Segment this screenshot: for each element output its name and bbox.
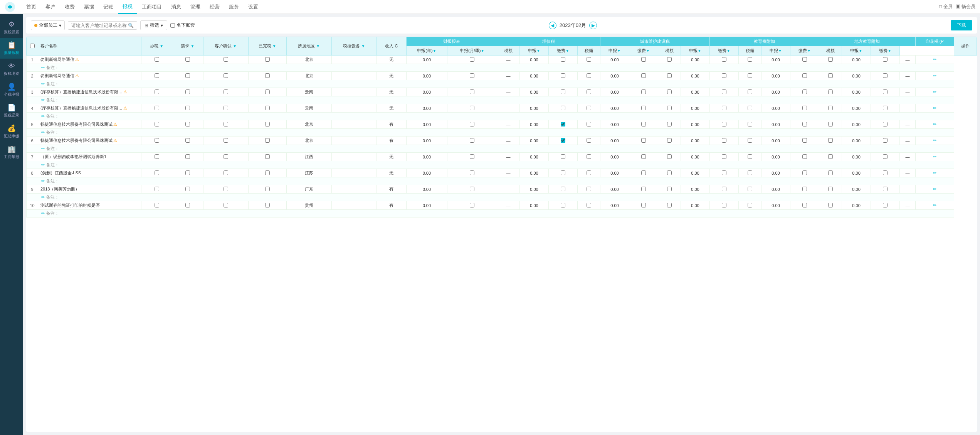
cj-report-checkbox[interactable]	[641, 187, 646, 191]
jy-report-checkbox[interactable]	[722, 170, 726, 175]
zz-report-checkbox[interactable]	[561, 106, 565, 110]
df-pay-checkbox[interactable]	[828, 138, 833, 143]
edit-icon[interactable]: ✏	[933, 122, 936, 126]
df-report-checkbox[interactable]	[802, 122, 807, 126]
qingka-checkbox[interactable]	[185, 187, 190, 191]
caibao-month-checkbox[interactable]	[470, 122, 474, 126]
filter-button[interactable]: ⊟ 筛选 ▾	[140, 20, 167, 30]
jy-pay-checkbox[interactable]	[748, 57, 752, 62]
jy-report-checkbox[interactable]	[722, 122, 726, 126]
confirm-checkbox[interactable]	[224, 170, 228, 175]
chaoshui-checkbox[interactable]	[155, 170, 159, 175]
confirm-checkbox[interactable]	[224, 89, 228, 94]
yh-report-checkbox[interactable]	[883, 138, 888, 143]
df-report-checkbox[interactable]	[802, 170, 807, 175]
qingka-checkbox[interactable]	[185, 106, 190, 110]
chaoshui-checkbox[interactable]	[155, 73, 159, 78]
df-report-checkbox[interactable]	[802, 106, 807, 110]
df-report-checkbox[interactable]	[802, 89, 807, 94]
namedown-checkbox-label[interactable]: 名下账套	[170, 22, 195, 29]
qingka-checkbox[interactable]	[185, 203, 190, 207]
th-df-report[interactable]: 申报▼	[761, 46, 790, 56]
chaoshui-checkbox[interactable]	[155, 154, 159, 159]
yh-report-checkbox[interactable]	[883, 73, 888, 78]
zz-report-checkbox[interactable]	[561, 138, 565, 143]
yh-report-checkbox[interactable]	[883, 122, 888, 126]
th-jy-report[interactable]: 申报▼	[681, 46, 709, 56]
cj-pay-checkbox[interactable]	[667, 122, 672, 126]
zz-report-checkbox[interactable]	[561, 154, 565, 159]
qingka-checkbox[interactable]	[185, 138, 190, 143]
jy-pay-checkbox[interactable]	[748, 203, 752, 207]
yh-report-checkbox[interactable]	[883, 203, 888, 207]
jy-pay-checkbox[interactable]	[748, 89, 752, 94]
edit-icon[interactable]: ✏	[933, 57, 936, 62]
th-caibao-year[interactable]: 申报(年)▼	[406, 46, 447, 56]
chaoshui-checkbox[interactable]	[155, 187, 159, 191]
yh-report-checkbox[interactable]	[883, 170, 888, 175]
yh-report-checkbox[interactable]	[883, 154, 888, 159]
zz-pay-checkbox[interactable]	[587, 170, 591, 175]
df-report-checkbox[interactable]	[802, 154, 807, 159]
zz-pay-checkbox[interactable]	[587, 187, 591, 191]
confirm-checkbox[interactable]	[224, 73, 228, 78]
th-yh-pay[interactable]: 缴费▼	[871, 46, 900, 56]
confirm-checkbox[interactable]	[224, 57, 228, 62]
sidebar-item-huizongsumiao[interactable]: 💰 汇总申缴	[0, 121, 23, 142]
jy-pay-checkbox[interactable]	[748, 170, 752, 175]
qingka-checkbox[interactable]	[185, 154, 190, 159]
sidebar-item-piliangshuibao[interactable]: 📋 批量报税	[0, 38, 23, 59]
zz-report-checkbox[interactable]	[561, 57, 565, 62]
jy-report-checkbox[interactable]	[722, 73, 726, 78]
nav-message[interactable]: 消息	[166, 0, 186, 14]
prev-month-button[interactable]: ◀	[549, 22, 556, 29]
edit-icon[interactable]: ✏	[933, 187, 936, 191]
df-pay-checkbox[interactable]	[828, 203, 833, 207]
zz-pay-checkbox[interactable]	[587, 89, 591, 94]
cj-pay-checkbox[interactable]	[667, 106, 672, 110]
cj-report-checkbox[interactable]	[641, 89, 646, 94]
fullscreen-btn[interactable]: □ 全屏	[939, 3, 953, 10]
nav-service[interactable]: 服务	[224, 0, 244, 14]
next-month-button[interactable]: ▶	[589, 22, 597, 29]
jy-pay-checkbox[interactable]	[748, 106, 752, 110]
zz-report-checkbox[interactable]	[561, 187, 565, 191]
cj-pay-checkbox[interactable]	[667, 187, 672, 191]
cj-report-checkbox[interactable]	[641, 138, 646, 143]
edit-icon[interactable]: ✏	[933, 89, 936, 94]
jy-pay-checkbox[interactable]	[748, 122, 752, 126]
caibao-month-checkbox[interactable]	[470, 89, 474, 94]
sidebar-item-baoshuijilu2[interactable]: 📄 报税记录	[0, 100, 23, 121]
cj-report-checkbox[interactable]	[641, 203, 646, 207]
jy-pay-checkbox[interactable]	[748, 187, 752, 191]
cj-pay-checkbox[interactable]	[667, 138, 672, 143]
confirm-checkbox[interactable]	[224, 138, 228, 143]
zz-report-checkbox[interactable]	[561, 89, 565, 94]
df-report-checkbox[interactable]	[802, 187, 807, 191]
nav-invoice[interactable]: 票据	[79, 0, 99, 14]
done-checkbox[interactable]	[265, 138, 270, 143]
edit-icon[interactable]: ✏	[933, 138, 936, 143]
jy-pay-checkbox[interactable]	[748, 73, 752, 78]
th-jy-pay[interactable]: 缴费▼	[710, 46, 739, 56]
nav-manage[interactable]: 管理	[186, 0, 205, 14]
jy-report-checkbox[interactable]	[722, 106, 726, 110]
edit-icon[interactable]: ✏	[933, 170, 936, 175]
caibao-month-checkbox[interactable]	[470, 138, 474, 143]
jy-report-checkbox[interactable]	[722, 138, 726, 143]
cj-pay-checkbox[interactable]	[667, 57, 672, 62]
sidebar-item-gongshangnianbaoa[interactable]: 🏢 工商年报	[0, 142, 23, 163]
namedown-checkbox[interactable]	[170, 23, 175, 28]
done-checkbox[interactable]	[265, 106, 270, 110]
sidebar-item-gesuishenbao[interactable]: 👤 个税申报	[0, 79, 23, 100]
th-zz-pay[interactable]: 缴费▼	[549, 46, 578, 56]
jy-report-checkbox[interactable]	[722, 57, 726, 62]
sidebar-item-baoshuishezhi[interactable]: ⚙ 报税设置	[0, 17, 23, 38]
cj-report-checkbox[interactable]	[641, 122, 646, 126]
done-checkbox[interactable]	[265, 89, 270, 94]
edit-icon[interactable]: ✏	[933, 73, 936, 78]
zz-report-checkbox[interactable]	[561, 203, 565, 207]
cj-pay-checkbox[interactable]	[667, 73, 672, 78]
jy-report-checkbox[interactable]	[722, 89, 726, 94]
confirm-checkbox[interactable]	[224, 154, 228, 159]
